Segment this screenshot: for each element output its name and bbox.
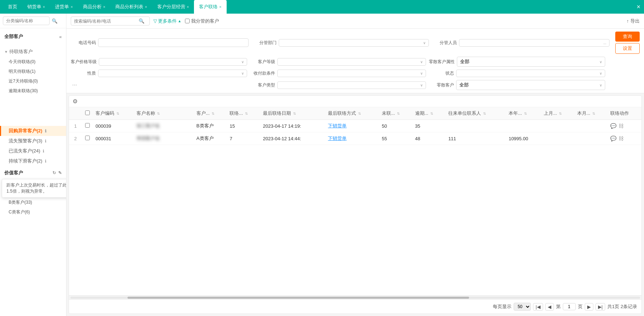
cell-overdue-2: 48: [412, 132, 446, 145]
col-last-month[interactable]: 上月... ⇅: [541, 107, 574, 120]
last-page-button[interactable]: ▶|: [596, 303, 605, 311]
sort-icon-last-month: ⇅: [559, 112, 562, 115]
col-year-amount[interactable]: 本年... ⇅: [506, 107, 541, 120]
edit-icon[interactable]: ✎: [58, 170, 62, 175]
nav-sales-order[interactable]: 销货单 ×: [22, 0, 50, 14]
col-contact-person[interactable]: 往来单位联系人 ⇅: [445, 107, 506, 120]
nav-customer-contact[interactable]: 客户联络 ×: [194, 0, 226, 14]
col-overdue[interactable]: 逾期... ⇅: [412, 107, 446, 120]
sidebar-item-churned[interactable]: 已流失客户(24) ℹ: [0, 146, 66, 156]
cell-code-1: 000039: [93, 120, 134, 132]
search-input[interactable]: [74, 19, 139, 24]
sidebar-item-declining[interactable]: 持续下滑客户(2) ℹ: [0, 156, 66, 166]
first-page-button[interactable]: |◀: [533, 303, 543, 311]
my-customer-checkbox-wrap[interactable]: 我分管的客户: [185, 18, 219, 24]
link-last-contact-method-2[interactable]: 下销货单: [328, 136, 347, 141]
nav-product-analysis-list[interactable]: 商品分析列表 ×: [110, 0, 152, 14]
nav-home[interactable]: 首页: [3, 0, 22, 14]
filter-price-level-label: 客户价格等级: [71, 59, 97, 65]
sidebar-item-churn-warning[interactable]: 流失预警客户(3) ℹ: [0, 136, 66, 146]
nav-customer-contact-close[interactable]: ×: [219, 5, 221, 9]
sidebar-item-tomorrow[interactable]: 明天待联络(1): [0, 67, 66, 76]
col-code[interactable]: 客户编码 ⇅: [93, 107, 134, 120]
page-size-select[interactable]: 50: [514, 303, 531, 311]
setting-button[interactable]: 设置: [615, 43, 640, 54]
cell-action-2: 💬 ⛓: [607, 132, 641, 145]
next-page-button[interactable]: ▶: [585, 303, 593, 311]
filter-dept-select[interactable]: ∨: [279, 39, 429, 47]
sidebar-pending-contact-title[interactable]: ▼ 待联络客户: [0, 46, 66, 57]
filter-person-select[interactable]: ...: [459, 39, 610, 47]
filter-customer-level-select[interactable]: ∨: [277, 58, 426, 66]
filter-phone-label: 电话号码: [71, 40, 96, 46]
action-link-icon-2[interactable]: ⛓: [618, 136, 624, 141]
col-level[interactable]: 客户... ⇅: [194, 107, 227, 120]
sort-icon-year-amount: ⇅: [524, 112, 527, 115]
nav-customer-segmentation-close[interactable]: ×: [187, 5, 189, 9]
row-checkbox-1[interactable]: [85, 123, 90, 128]
col-last-contact-method[interactable]: 最后联络方式 ⇅: [325, 107, 379, 120]
sidebar-collapse-icon[interactable]: «: [59, 34, 62, 39]
more-dots[interactable]: ···: [71, 82, 78, 88]
nav-product-analysis[interactable]: 商品分析 ×: [78, 0, 110, 14]
sidebar-item-b-class[interactable]: B类客户(33): [0, 198, 66, 207]
prev-page-button[interactable]: ◀: [545, 303, 554, 311]
action-link-icon-1[interactable]: ⛓: [618, 123, 624, 129]
sidebar-item-overdue[interactable]: 逾期未联络(30): [0, 86, 66, 96]
sidebar-item-7days[interactable]: 近7天待联络(0): [0, 76, 66, 86]
sidebar-search-icon[interactable]: 🔍: [52, 18, 57, 24]
sidebar-search-area: 🔍: [0, 14, 66, 28]
query-button[interactable]: 查询: [615, 32, 640, 42]
more-filter-button[interactable]: ▽ 更多条件 ▲: [153, 18, 181, 24]
cell-num-1: 1: [69, 120, 82, 132]
cell-code-2: 000031: [93, 132, 134, 145]
sidebar-item-c-class[interactable]: C类客户(6): [0, 207, 66, 217]
cell-year-amount-2: 10995.00: [506, 132, 541, 145]
sidebar-search-input[interactable]: [3, 16, 50, 25]
info-icon-1: ℹ: [45, 139, 46, 143]
my-customer-checkbox[interactable]: [185, 19, 190, 23]
filter-status: 状态 ∨: [429, 70, 605, 77]
link-last-contact-method-1[interactable]: 下销货单: [328, 123, 347, 128]
horizontal-scrollbar[interactable]: [69, 295, 641, 300]
nav-sales-order-close[interactable]: ×: [43, 5, 45, 9]
col-this-month[interactable]: 本月... ⇅: [574, 107, 608, 120]
filter-nature-select[interactable]: ∨: [98, 70, 247, 77]
search-icon[interactable]: 🔍: [139, 18, 144, 24]
sidebar-item-today[interactable]: 今天待联络(0): [0, 57, 66, 67]
nav-product-analysis-list-close[interactable]: ×: [145, 5, 147, 9]
select-all-checkbox[interactable]: [85, 110, 90, 115]
info-icon-3: ℹ: [45, 159, 46, 163]
filter-retail-customer-select[interactable]: 全部∨: [456, 80, 605, 90]
page-number-input[interactable]: [563, 303, 576, 310]
cell-name-2: 李四客户名: [134, 132, 194, 145]
nav-product-analysis-close[interactable]: ×: [103, 5, 105, 9]
col-uncontact[interactable]: 未联... ⇅: [379, 107, 412, 120]
sort-icon-level: ⇅: [212, 112, 214, 115]
window-close-button[interactable]: ×: [636, 3, 640, 11]
scrollbar-track: [70, 297, 640, 299]
filter-customer-type-select[interactable]: ∨: [277, 81, 426, 89]
cell-level-2: A类客户: [194, 132, 227, 145]
scrollbar-thumb[interactable]: [128, 297, 469, 299]
table-settings-icon[interactable]: ⚙: [73, 98, 78, 105]
sidebar-all-customers-section: 全部客户 «: [0, 28, 66, 45]
export-button[interactable]: ↑ 导出: [627, 18, 640, 24]
row-checkbox-2[interactable]: [85, 136, 90, 140]
col-last-contact-date[interactable]: 最后联络日期 ⇅: [260, 107, 325, 120]
action-message-icon-2[interactable]: 💬: [610, 136, 616, 141]
sidebar-item-abnormal-repurchase[interactable]: 回购异常客户(2) ℹ: [0, 126, 66, 136]
refresh-icon[interactable]: ↻: [52, 170, 56, 175]
filter-price-level-select[interactable]: ∨: [99, 58, 247, 66]
filter-payment-terms-select[interactable]: ∨: [277, 70, 426, 77]
filter-phone-input[interactable]: [98, 38, 249, 47]
action-message-icon-1[interactable]: 💬: [610, 123, 616, 129]
filter-retail-attr-select[interactable]: 全部∨: [457, 57, 605, 67]
filter-status-select[interactable]: ∨: [456, 70, 605, 77]
sidebar-value-customer-label[interactable]: 价值客户 ↻ ✎: [0, 168, 66, 178]
nav-purchase-order[interactable]: 进货单 ×: [50, 0, 78, 14]
nav-purchase-order-close[interactable]: ×: [70, 5, 73, 9]
col-name[interactable]: 客户名称 ⇅: [134, 107, 194, 120]
nav-customer-segmentation[interactable]: 客户分层经营 ×: [152, 0, 194, 14]
col-contact-count[interactable]: 联络... ⇅: [227, 107, 260, 120]
